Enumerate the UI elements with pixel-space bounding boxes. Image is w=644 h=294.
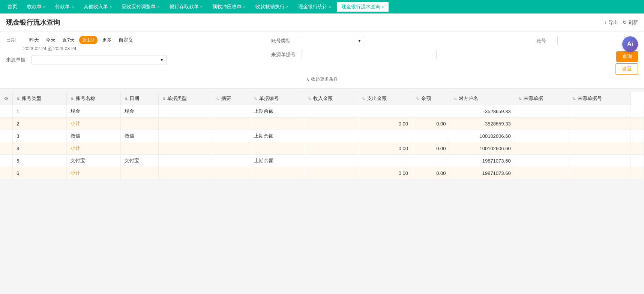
row-date	[158, 105, 212, 118]
table-header-doc-type: ⇅ 单据类型	[158, 92, 212, 105]
table-row[interactable]: 2小计0.000.00-3528659.33	[0, 118, 644, 130]
close-adjustment-icon[interactable]: ×	[157, 4, 159, 9]
row-income: 0.00	[358, 118, 412, 130]
close-flow-query-icon[interactable]: ×	[382, 4, 384, 9]
row-account-name: 现金	[120, 105, 158, 118]
row-balance: -3528659.33	[450, 105, 515, 118]
row-balance: 19871073.60	[450, 155, 515, 167]
table-row[interactable]: 6小计0.000.0019871073.60	[0, 167, 644, 179]
ai-assistant-button[interactable]: Ai	[622, 36, 638, 52]
row-doc-no	[304, 130, 358, 142]
table-row[interactable]: 5支付宝支付宝上期余额19871073.60	[0, 155, 644, 167]
table-header-summary: ⇅ 摘要	[212, 92, 250, 105]
sort-doc-type-icon[interactable]: ⇅	[162, 97, 165, 101]
table-header-row: ⚙ ⇅ 账号类型 ⇅ 账号名称 ⇅ 日期 ⇅ 单据类型	[0, 92, 644, 105]
collapse-button[interactable]: ∧ 收起更多条件	[306, 76, 338, 82]
date-btn-custom[interactable]: 自定义	[116, 36, 135, 44]
row-balance: 100102606.60	[450, 130, 515, 142]
nav-label-bank-deposit: 银行存取款单	[170, 3, 199, 10]
row-account-name	[120, 167, 158, 179]
row-balance: 19871073.60	[450, 167, 515, 179]
date-btn-today[interactable]: 今天	[44, 36, 58, 44]
close-other-income-icon[interactable]: ×	[110, 4, 112, 9]
row-source-doc-no	[631, 142, 644, 155]
table-header-doc-no: ⇅ 单据编号	[250, 92, 304, 105]
row-expense: 0.00	[412, 167, 450, 179]
account-type-select[interactable]: ▾	[297, 36, 364, 45]
sort-income-icon[interactable]: ⇅	[308, 97, 311, 101]
account-input[interactable]	[557, 36, 625, 45]
row-doc-type	[212, 105, 250, 118]
nav-item-stats[interactable]: 现金银行统计 ×	[294, 2, 336, 12]
close-bank-deposit-icon[interactable]: ×	[200, 4, 203, 9]
row-source-doc-no	[631, 130, 644, 142]
sort-summary-icon[interactable]: ⇅	[216, 97, 219, 101]
sort-doc-no-icon[interactable]: ⇅	[254, 97, 257, 101]
nav-item-advance[interactable]: 预收冲应收单 ×	[208, 2, 250, 12]
row-doc-no	[304, 167, 358, 179]
source-doc-no-input[interactable]	[302, 50, 437, 59]
row-source-doc-no	[631, 167, 644, 179]
nav-item-flow-query[interactable]: 现金银行流水查询 ×	[337, 2, 389, 12]
row-num: 4	[13, 142, 67, 155]
sort-account-name-icon[interactable]: ⇅	[71, 97, 74, 101]
close-receipt-icon[interactable]: ×	[43, 4, 45, 9]
date-btn-1month[interactable]: 近1月	[79, 36, 98, 44]
sort-balance-icon[interactable]: ⇅	[416, 97, 419, 101]
table-row[interactable]: 4小计0.000.00100102606.60	[0, 142, 644, 155]
sort-account-type-icon[interactable]: ⇅	[17, 97, 20, 101]
sort-counterparty-icon[interactable]: ⇅	[454, 97, 457, 101]
sort-source-doc-icon[interactable]: ⇅	[519, 97, 522, 101]
date-range-display: 2023-02-24 至 2023-03-24	[23, 46, 76, 51]
nav-item-home[interactable]: 首页	[3, 2, 22, 12]
top-navigation: 首页 收款单 × 付款单 × 其他收入单 × 应收应付调整单 × 银行存取款单 …	[0, 0, 644, 13]
settings-button[interactable]: 设置	[615, 63, 638, 75]
row-source-doc	[569, 167, 631, 179]
date-btn-more[interactable]: 更多	[100, 36, 114, 44]
sort-source-doc-no-icon[interactable]: ⇅	[573, 97, 576, 101]
row-summary	[250, 167, 304, 179]
page-header: 现金银行流水查询 ↑ 导出 ↻ 刷新	[0, 13, 644, 31]
nav-label-verify: 收款核销执行	[255, 3, 285, 10]
nav-item-other-income[interactable]: 其他收入单 ×	[79, 2, 116, 12]
table-row[interactable]: 3微信微信上期余额100102606.60	[0, 130, 644, 142]
sort-date-icon[interactable]: ⇅	[125, 97, 128, 101]
collapse-bar: ∧ 收起更多条件	[6, 75, 638, 84]
source-doc-select[interactable]: ▾	[32, 55, 167, 64]
export-button[interactable]: ↑ 导出	[605, 19, 618, 26]
refresh-button[interactable]: ↻ 刷新	[623, 19, 638, 26]
row-doc-no	[304, 118, 358, 130]
row-num: 3	[13, 130, 67, 142]
row-settings-cell	[0, 118, 13, 130]
row-source-doc	[569, 130, 631, 142]
nav-item-receipt[interactable]: 收款单 ×	[23, 2, 50, 12]
close-advance-icon[interactable]: ×	[243, 4, 245, 9]
row-date	[158, 118, 212, 130]
row-account-name	[120, 142, 158, 155]
row-doc-type	[212, 155, 250, 167]
close-verify-icon[interactable]: ×	[286, 4, 288, 9]
table-gear-icon[interactable]: ⚙	[4, 96, 9, 101]
source-doc-label: 来源单据	[6, 57, 26, 63]
nav-label-stats: 现金银行统计	[298, 3, 327, 10]
filter-area: 日期 昨天 今天 近7天 近1月 更多 自定义 2023-02-24 至 202…	[0, 31, 644, 89]
sort-expense-icon[interactable]: ⇅	[362, 97, 365, 101]
row-source-doc	[569, 105, 631, 118]
nav-item-adjustment[interactable]: 应收应付调整单 ×	[117, 2, 164, 12]
row-account-type: 小计	[66, 118, 120, 130]
nav-item-verify[interactable]: 收款核销执行 ×	[251, 2, 293, 12]
close-payment-icon[interactable]: ×	[71, 4, 74, 9]
close-stats-icon[interactable]: ×	[329, 4, 331, 9]
row-num: 6	[13, 167, 67, 179]
table-row[interactable]: 1现金现金上期余额-3528659.33	[0, 105, 644, 118]
row-income: 0.00	[358, 142, 412, 155]
nav-item-bank-deposit[interactable]: 银行存取款单 ×	[165, 2, 207, 12]
query-button[interactable]: 查询	[616, 51, 638, 62]
row-summary: 上期余额	[250, 105, 304, 118]
row-settings-cell	[0, 155, 13, 167]
row-num: 1	[13, 105, 67, 118]
date-btn-7days[interactable]: 近7天	[60, 36, 77, 44]
date-btn-yesterday[interactable]: 昨天	[27, 36, 41, 44]
page-title: 现金银行流水查询	[6, 18, 60, 27]
nav-item-payment[interactable]: 付款单 ×	[51, 2, 78, 12]
